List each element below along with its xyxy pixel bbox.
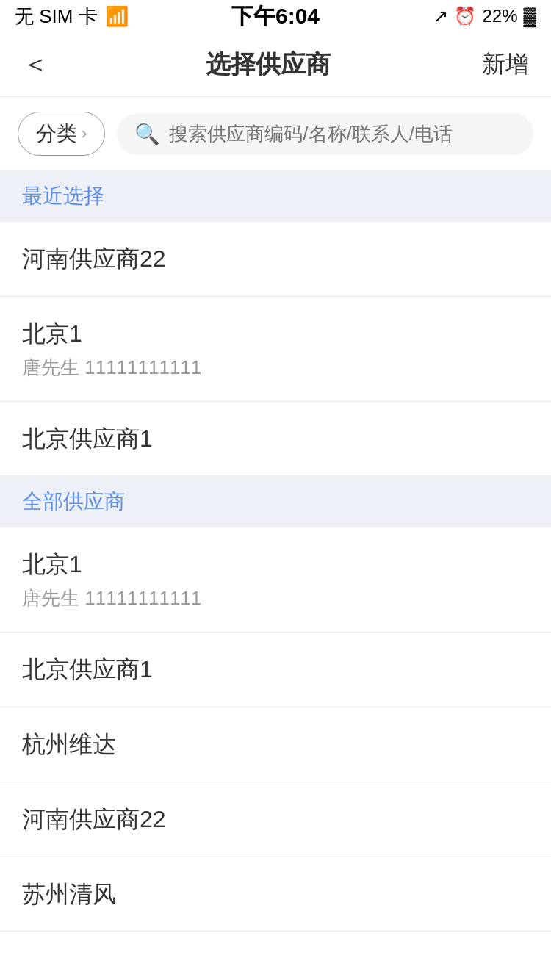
- list-item[interactable]: 北京1 唐先生 11111111111: [0, 297, 551, 402]
- battery-icon: ▓: [524, 6, 537, 26]
- item-name: 北京供应商1: [22, 653, 529, 686]
- item-name: 河南供应商22: [22, 803, 529, 836]
- recent-items-list: 河南供应商22 北京1 唐先生 11111111111 北京供应商1: [0, 222, 551, 476]
- item-name: 北京供应商1: [22, 422, 529, 455]
- all-items-list: 北京1 唐先生 11111111111 北京供应商1 杭州维达 河南供应商22 …: [0, 527, 551, 932]
- search-box: 🔍: [117, 113, 533, 155]
- status-right: ↗ ⏰ 22% ▓: [433, 6, 536, 26]
- list-item[interactable]: 河南供应商22: [0, 782, 551, 857]
- back-button[interactable]: ＜: [22, 46, 66, 82]
- filter-row: 分类 › 🔍: [0, 97, 551, 170]
- wifi-icon: 📶: [105, 5, 129, 28]
- item-name: 杭州维达: [22, 728, 529, 761]
- item-name: 北京1: [22, 548, 529, 581]
- nav-bar: ＜ 选择供应商 新增: [0, 32, 551, 97]
- list-item[interactable]: 北京1 唐先生 11111111111: [0, 527, 551, 633]
- category-button[interactable]: 分类 ›: [18, 112, 105, 156]
- all-section-label: 全部供应商: [22, 490, 125, 513]
- all-section-header: 全部供应商: [0, 476, 551, 527]
- item-sub: 唐先生 11111111111: [22, 355, 529, 381]
- location-icon: ↗: [433, 6, 448, 26]
- search-icon: 🔍: [134, 122, 160, 146]
- list-item[interactable]: 河南供应商22: [0, 222, 551, 297]
- recent-section-label: 最近选择: [22, 184, 104, 207]
- alarm-icon: ⏰: [454, 6, 476, 26]
- item-name: 北京1: [22, 317, 529, 350]
- list-item[interactable]: 北京供应商1: [0, 402, 551, 477]
- new-action-button[interactable]: 新增: [470, 48, 529, 81]
- page-title: 选择供应商: [66, 48, 470, 82]
- list-item[interactable]: 北京供应商1: [0, 633, 551, 707]
- item-sub: 唐先生 11111111111: [22, 586, 529, 611]
- status-time: 下午6:04: [231, 1, 320, 32]
- item-name: 苏州清风: [22, 878, 529, 911]
- battery-label: 22%: [482, 6, 517, 26]
- recent-section-header: 最近选择: [0, 170, 551, 222]
- chevron-right-icon: ›: [82, 124, 87, 143]
- sim-label: 无 SIM 卡: [15, 4, 98, 29]
- list-item[interactable]: 杭州维达: [0, 707, 551, 782]
- status-left: 无 SIM 卡 📶: [15, 4, 129, 29]
- search-input[interactable]: [169, 123, 516, 145]
- item-name: 河南供应商22: [22, 242, 529, 275]
- list-item[interactable]: 苏州清风: [0, 857, 551, 932]
- status-bar: 无 SIM 卡 📶 下午6:04 ↗ ⏰ 22% ▓: [0, 0, 551, 32]
- category-label: 分类: [36, 120, 77, 148]
